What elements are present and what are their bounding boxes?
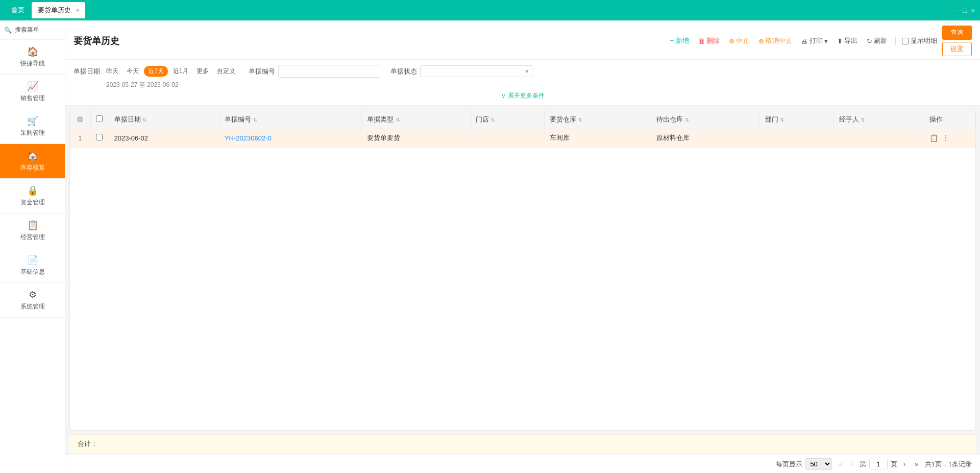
tab-close-icon[interactable]: × xyxy=(76,7,79,13)
date-btn-1month[interactable]: 近1月 xyxy=(170,66,192,77)
row-edit-icon[interactable]: 📋 xyxy=(929,134,938,142)
tab-active[interactable]: 要货单历史 × xyxy=(32,2,85,18)
select-all-checkbox[interactable] xyxy=(96,115,103,122)
col-checkbox xyxy=(90,110,109,129)
export-button[interactable]: ⬆ 导出 xyxy=(835,35,860,46)
refresh-icon: ↻ xyxy=(867,37,872,45)
prev-page-button[interactable]: ‹ xyxy=(848,459,856,469)
action-icons: 📋 ⋮ xyxy=(929,134,970,142)
next-page-button[interactable]: › xyxy=(900,459,909,469)
col-type-sort-icon[interactable]: ⇅ xyxy=(396,117,400,123)
row-store xyxy=(470,129,544,147)
stop-button[interactable]: ⊗ 中止 xyxy=(727,35,751,46)
finance-icon: 🔒 xyxy=(27,185,38,196)
window-controls: — □ × xyxy=(952,7,975,14)
doc-number-label: 单据编号 xyxy=(249,67,275,76)
sidebar-item-inventory[interactable]: 🏠 库存核算 xyxy=(0,144,65,179)
page-label: 第 xyxy=(860,460,866,469)
date-filter-buttons: 昨天 今天 近7天 近1月 更多 自定义 xyxy=(103,66,238,77)
col-pending-warehouse-sort-icon[interactable]: ⇅ xyxy=(685,117,689,123)
date-btn-7days[interactable]: 近7天 xyxy=(144,66,168,77)
row-date: 2023-06-02 xyxy=(109,129,219,147)
col-handler-sort-icon[interactable]: ⇅ xyxy=(861,117,865,123)
window-close-icon[interactable]: × xyxy=(971,7,975,14)
doc-number-link[interactable]: YH-20230602-0 xyxy=(225,134,272,142)
col-pending-warehouse: 待出仓库 ⇅ xyxy=(651,110,760,129)
display-detail-toggle[interactable]: 显示明细 xyxy=(902,36,937,45)
sidebar-item-system-label: 系统管理 xyxy=(20,302,45,311)
date-range-text: 2023-05-27 至 2023-06-02 xyxy=(106,81,178,88)
display-detail-checkbox[interactable] xyxy=(902,38,909,44)
col-number-sort-icon[interactable]: ⇅ xyxy=(253,117,257,123)
col-date-sort-icon[interactable]: ⇅ xyxy=(142,117,146,123)
expand-more-button[interactable]: ∨ 展开更多条件 xyxy=(74,91,972,100)
sidebar-item-sales-label: 销售管理 xyxy=(20,94,45,103)
sidebar-item-operations[interactable]: 📋 经营管理 xyxy=(0,214,65,248)
status-dropdown-icon: ▾ xyxy=(525,67,529,75)
refresh-button[interactable]: ↻ 刷新 xyxy=(865,35,889,46)
date-btn-more[interactable]: 更多 xyxy=(193,66,212,77)
main-layout: 🔍 搜索菜单 🏠 快捷导航 📈 销售管理 🛒 采购管理 🏠 库存核算 🔒 资金管… xyxy=(0,20,980,473)
per-page-select[interactable]: 10 20 50 100 xyxy=(805,458,832,470)
sidebar-item-search-menu[interactable]: 🔍 搜索菜单 xyxy=(0,20,65,40)
last-page-button[interactable]: » xyxy=(912,459,921,469)
sidebar-item-sales[interactable]: 📈 销售管理 xyxy=(0,75,65,109)
col-store-label: 门店 xyxy=(476,115,489,123)
date-filter-label: 单据日期 xyxy=(74,67,100,76)
doc-number-input[interactable] xyxy=(278,65,380,78)
col-handler-label: 经手人 xyxy=(839,115,859,123)
purchase-icon: 🛒 xyxy=(27,115,38,127)
sidebar-item-quick-nav[interactable]: 🏠 快捷导航 xyxy=(0,40,65,75)
col-req-warehouse: 要货仓库 ⇅ xyxy=(544,110,651,129)
content-area: 要货单历史 + 新增 🗑 删除 ⊗ 中止 ⊗ 取消中止 🖨 打印 xyxy=(65,20,980,473)
query-button[interactable]: 查询 xyxy=(942,26,972,40)
sidebar-item-system[interactable]: ⚙ 系统管理 xyxy=(0,283,65,318)
status-filter-group: 单据状态 ▾ xyxy=(390,65,532,77)
first-page-button[interactable]: « xyxy=(835,459,845,469)
delete-button[interactable]: 🗑 删除 xyxy=(696,35,722,46)
column-settings-icon[interactable]: ⚙ xyxy=(77,115,83,124)
per-page-label: 每页显示 xyxy=(776,460,802,469)
footer-sum: 合计： xyxy=(69,435,976,453)
top-bar: 首页 要货单历史 × — □ × xyxy=(0,0,980,20)
row-checkbox-cell xyxy=(90,129,109,147)
tab-home-label: 首页 xyxy=(11,6,24,15)
row-type: 要货单要货 xyxy=(361,129,470,147)
sidebar: 🔍 搜索菜单 🏠 快捷导航 📈 销售管理 🛒 采购管理 🏠 库存核算 🔒 资金管… xyxy=(0,20,65,473)
col-department-sort-icon[interactable]: ⇅ xyxy=(780,117,784,123)
toolbar-divider xyxy=(895,37,896,45)
status-select[interactable]: ▾ xyxy=(420,65,532,77)
minimize-icon[interactable]: — xyxy=(952,7,959,14)
col-department-label: 部门 xyxy=(765,115,778,123)
row-number-cell: YH-20230602-0 xyxy=(219,129,361,147)
cancel-stop-button[interactable]: ⊗ 取消中止 xyxy=(756,35,794,46)
col-type-label: 单据类型 xyxy=(367,115,394,123)
col-store-sort-icon[interactable]: ⇅ xyxy=(491,117,495,123)
sidebar-item-purchase[interactable]: 🛒 采购管理 xyxy=(0,109,65,144)
main-table: ⚙ 单据日期 ⇅ 单据编号 ⇅ xyxy=(70,110,975,148)
row-checkbox[interactable] xyxy=(96,134,103,140)
date-btn-custom[interactable]: 自定义 xyxy=(214,66,238,77)
print-button[interactable]: 🖨 打印 ▾ xyxy=(799,35,830,46)
sidebar-item-basic-info[interactable]: 📄 基础信息 xyxy=(0,248,65,283)
date-btn-today[interactable]: 今天 xyxy=(124,66,142,77)
sum-label: 合计： xyxy=(78,439,97,448)
col-actions: 操作 xyxy=(924,110,975,129)
col-number: 单据编号 ⇅ xyxy=(219,110,361,129)
tab-home[interactable]: 首页 xyxy=(5,2,31,18)
tab-active-label: 要货单历史 xyxy=(38,6,71,15)
maximize-icon[interactable]: □ xyxy=(963,7,967,14)
row-actions: 📋 ⋮ xyxy=(924,129,975,147)
sidebar-item-finance[interactable]: 🔒 资金管理 xyxy=(0,179,65,214)
settings-button[interactable]: 设置 xyxy=(942,42,972,56)
row-more-icon[interactable]: ⋮ xyxy=(942,134,949,142)
col-store: 门店 ⇅ xyxy=(470,110,544,129)
table-wrapper: ⚙ 单据日期 ⇅ 单据编号 ⇅ xyxy=(69,110,976,431)
system-icon: ⚙ xyxy=(29,289,37,300)
total-info: 共1页，1条记录 xyxy=(925,460,972,469)
new-button[interactable]: + 新增 xyxy=(668,35,691,46)
page-input[interactable] xyxy=(869,459,888,469)
col-req-warehouse-sort-icon[interactable]: ⇅ xyxy=(578,117,582,123)
row-department xyxy=(760,129,834,147)
date-btn-yesterday[interactable]: 昨天 xyxy=(103,66,121,77)
